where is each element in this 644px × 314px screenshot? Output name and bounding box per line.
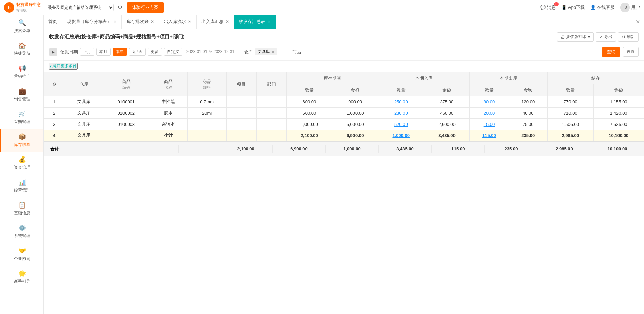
tab-bar: 首页 现货量（库存分布表） ✕ 库存批次账 ✕ 出入库流水 ✕ 出入库汇总 ✕ …	[44, 15, 644, 29]
tab-close-inout-flow[interactable]: ✕	[188, 19, 192, 24]
sidebar-item-cooperation[interactable]: 🤝 企业协同	[0, 243, 43, 266]
logo-icon: 6	[4, 2, 14, 13]
print-button[interactable]: 🖨 拨锁版打印 ▾	[557, 32, 594, 42]
trial-button[interactable]: 体验行业方案	[127, 2, 164, 13]
cell-bal-qty: 2,985.00	[547, 130, 593, 141]
cell-project	[226, 108, 256, 119]
sidebar-item-system[interactable]: ⚙️ 系统管理	[0, 220, 43, 243]
cell-department	[257, 130, 286, 141]
cell-warehouse: 文具库	[65, 96, 103, 108]
tab-close-batch[interactable]: ✕	[151, 19, 154, 24]
warehouse-tag-close[interactable]: ✕	[271, 50, 275, 54]
sidebar-label-basic-info: 基础信息	[14, 210, 30, 216]
goods-more-btn[interactable]: ...	[303, 50, 307, 54]
date-btn-this-year[interactable]: 本年	[113, 48, 127, 56]
th-in-group: 本期入库	[378, 72, 469, 84]
cell-project	[226, 96, 256, 108]
system-selector[interactable]: 装备及固定资产辅助管理系统	[44, 4, 114, 11]
th-goods-name-label: 商品	[164, 79, 173, 84]
th-balance-group: 结存	[547, 72, 644, 84]
column-settings-button[interactable]: 设置	[623, 47, 639, 57]
service-icon: 👤	[590, 5, 596, 10]
th-settings[interactable]: ⚙	[44, 72, 65, 96]
sidebar-item-search[interactable]: 🔍 搜索菜单	[0, 15, 43, 38]
date-btn-7days[interactable]: 近7天	[129, 48, 146, 56]
user-item[interactable]: Ea 用户	[620, 3, 640, 12]
cell-no: 1	[44, 96, 65, 108]
purchase-icon: 🛒	[18, 110, 26, 118]
sidebar-item-marketing[interactable]: 📢 营销推广	[0, 61, 43, 83]
marketing-icon: 📢	[18, 65, 26, 72]
sidebar-item-purchase[interactable]: 🛒 采购管理	[0, 106, 43, 129]
settings-gear-button[interactable]: ⚙	[116, 3, 124, 12]
cell-in-qty[interactable]: 250.00	[378, 96, 424, 108]
table-container: ⚙ 仓库 商品 编码 商品 名称	[44, 72, 644, 141]
cell-in-qty[interactable]: 520.00	[378, 119, 424, 130]
sidebar-item-basic-info[interactable]: 📋 基础信息	[0, 197, 43, 220]
tab-inout-summary-label: 出入库汇总	[201, 19, 224, 25]
app-name: 畅捷通好生意	[16, 2, 41, 8]
tab-inventory-dist[interactable]: 现货量（库存分布表） ✕	[62, 15, 122, 29]
sidebar-item-sales[interactable]: 💼 销售管理	[0, 83, 43, 106]
export-icon: ↗	[599, 35, 603, 39]
cell-spec	[187, 130, 226, 141]
cell-in-qty[interactable]: 230.00	[378, 108, 424, 119]
print-icon: 🖨	[561, 35, 565, 39]
cell-warehouse: 文具库	[65, 130, 103, 141]
cell-no: 3	[44, 119, 65, 130]
sidebar-item-newbie[interactable]: 🌟 新手引导	[0, 266, 43, 288]
expand-label: 展开更多条件	[52, 63, 77, 69]
date-btn-this-month[interactable]: 本月	[96, 48, 111, 56]
filter-toggle-button[interactable]: ▶	[49, 48, 57, 56]
search-icon: 🔍	[18, 19, 26, 27]
date-btn-last-month[interactable]: 上月	[80, 48, 94, 56]
message-item[interactable]: 💬 消息 6	[540, 4, 556, 11]
cell-open-amt: 900.00	[332, 96, 378, 108]
date-btn-more[interactable]: 更多	[148, 48, 162, 56]
sidebar-item-inventory[interactable]: 📦 库存核算	[0, 129, 43, 152]
online-service-label: 在线客服	[597, 4, 615, 11]
cell-out-qty[interactable]: 15.00	[470, 119, 509, 130]
tab-close-inout-summary[interactable]: ✕	[226, 19, 229, 24]
cell-name: 采访本	[149, 119, 187, 130]
cell-open-qty: 600.00	[286, 96, 332, 108]
app-download-item[interactable]: 📱 App下载	[561, 4, 585, 11]
th-goods-name: 商品 名称	[149, 72, 187, 96]
cell-in-amt: 3,435.00	[424, 130, 470, 141]
warehouse-more-btn[interactable]: ...	[279, 50, 283, 54]
sidebar-item-operations[interactable]: 📊 经营管理	[0, 175, 43, 197]
tab-bar-close-all[interactable]: ✕	[631, 19, 644, 25]
cell-department	[257, 108, 286, 119]
date-btn-custom[interactable]: 自定义	[164, 48, 182, 56]
sidebar-item-quick-nav[interactable]: 🏠 快捷导航	[0, 38, 43, 61]
tab-receive-summary[interactable]: 收发存汇总表 ✕	[234, 15, 276, 29]
online-service-item[interactable]: 👤 在线客服	[590, 4, 615, 11]
tab-inout-flow[interactable]: 出入库流水 ✕	[159, 15, 197, 29]
cell-out-qty[interactable]: 80.00	[470, 96, 509, 108]
tab-close-inventory-dist[interactable]: ✕	[113, 19, 117, 24]
th-bal-qty: 数量	[547, 84, 593, 96]
cell-code: 0100002	[103, 108, 149, 119]
tab-home[interactable]: 首页	[44, 15, 62, 29]
query-button[interactable]: 查询	[602, 47, 620, 57]
tab-inout-summary[interactable]: 出入库汇总 ✕	[197, 15, 234, 29]
cell-out-qty[interactable]: 115.00	[470, 130, 509, 141]
newbie-icon: 🌟	[18, 270, 26, 277]
warehouse-filter-section: 仓库 文具库 ✕ ...	[244, 48, 283, 55]
print-label: 拨锁版打印	[566, 34, 587, 40]
cell-in-qty[interactable]: 1,000.00	[378, 130, 424, 141]
tab-batch[interactable]: 库存批次账 ✕	[122, 15, 159, 29]
expand-conditions-row: ▾ 展开更多条件	[44, 61, 644, 72]
export-button[interactable]: ↗ 导出	[596, 32, 616, 42]
operations-icon: 📊	[18, 179, 26, 186]
cell-open-qty: 1,000.00	[286, 119, 332, 130]
sidebar-label-finance: 资金管理	[14, 165, 30, 170]
sidebar-item-finance[interactable]: 💰 资金管理	[0, 152, 43, 175]
cell-out-qty[interactable]: 20.00	[470, 108, 509, 119]
page-content: 收发存汇总表(按仓库+商品编码+商品+规格型号+项目+部门) 🖨 拨锁版打印 ▾…	[44, 29, 644, 314]
warehouse-tag: 文具库 ✕	[255, 48, 277, 55]
refresh-button[interactable]: ↺ 刷新	[618, 32, 639, 42]
footer-out-amt: 235.00	[485, 145, 538, 153]
tab-close-receive-summary[interactable]: ✕	[267, 19, 271, 24]
expand-conditions-button[interactable]: ▾ 展开更多条件	[49, 63, 78, 70]
